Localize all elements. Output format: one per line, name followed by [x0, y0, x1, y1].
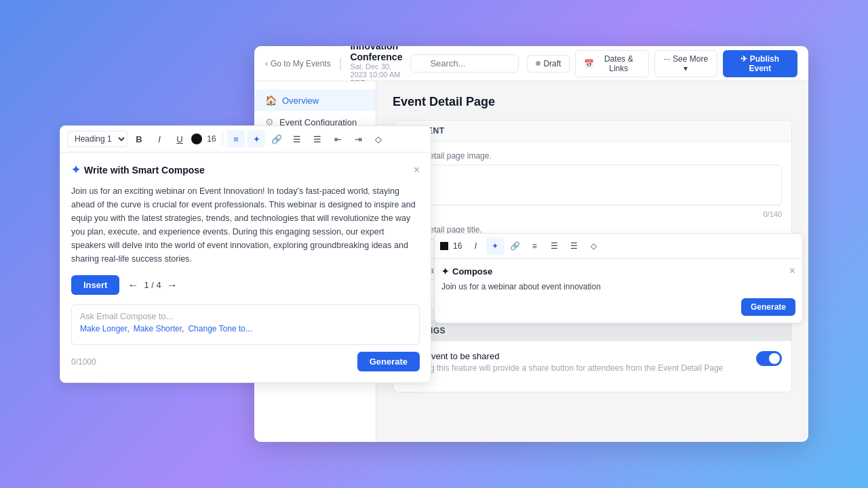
publish-button[interactable]: ✈ Publish Event — [723, 50, 797, 77]
pagination: ← 1 / 4 → — [127, 280, 177, 291]
bold-button[interactable]: B — [130, 130, 148, 148]
see-more-label: ··· See More — [664, 54, 708, 64]
page-separator: / — [151, 280, 156, 290]
behind-compose-header: ✦ Compose × — [441, 266, 795, 277]
calendar-icon: 📅 — [584, 59, 594, 68]
content-section-header: Content — [393, 121, 791, 142]
color-picker[interactable] — [191, 134, 202, 144]
draft-dot — [536, 61, 540, 66]
sidebar-item-label: Overview — [282, 96, 319, 106]
smart-star-icon: ✦ — [71, 163, 80, 176]
dates-links-button[interactable]: 📅 Dates & Links — [575, 50, 649, 77]
draft-button[interactable]: Draft — [527, 55, 570, 73]
event-info: Innovation Conference Sat, Dec 30, 2023 … — [350, 46, 402, 87]
behind-compose-close-button[interactable]: × — [789, 266, 795, 277]
image-char-count: 0/140 — [403, 210, 782, 218]
behind-compose-title: ✦ Compose — [441, 266, 492, 277]
heading-select[interactable]: Heading 1 — [67, 131, 127, 147]
back-label: Go to My Events — [271, 59, 331, 68]
change-tone-link[interactable]: Change Tone to... — [188, 324, 252, 333]
app-header: ‹ Go to My Events | Innovation Conferenc… — [254, 46, 808, 81]
smart-compose-header: ✦ Write with Smart Compose × — [71, 163, 420, 176]
behind-compose-title-text: Compose — [452, 266, 492, 277]
behind-compose-footer: Generate — [441, 298, 795, 316]
behind-toolbar: 16 I ✦ 🔗 ≡ ☰ ☰ ◇ — [435, 234, 802, 259]
behind-align-btn[interactable]: ≡ — [526, 237, 543, 255]
behind-star-icon: ✦ — [441, 266, 449, 277]
allow-share-toggle[interactable] — [756, 351, 782, 366]
back-link[interactable]: ‹ Go to My Events — [265, 59, 331, 68]
dates-links-label: Dates & Links — [597, 54, 640, 73]
font-size: 16 — [205, 134, 218, 144]
page-current: 1 — [144, 280, 149, 290]
behind-link-btn[interactable]: 🔗 — [506, 237, 524, 255]
make-shorter-link[interactable]: Make Shorter — [134, 324, 184, 333]
draft-label: Draft — [543, 59, 561, 68]
insert-button[interactable]: Insert — [71, 275, 119, 295]
sidebar-item-overview[interactable]: 🏠 Overview — [254, 89, 376, 111]
behind-color-dot — [440, 242, 448, 250]
behind-compose-body: ✦ Compose × Join us for a webinar about … — [435, 259, 802, 323]
behind-list2-btn[interactable]: ☰ — [565, 237, 583, 255]
align-button[interactable]: ≡ — [227, 130, 245, 148]
smart-compose-title-text: Write with Smart Compose — [84, 165, 205, 176]
compose-actions: Insert ← 1 / 4 → — [71, 275, 420, 295]
make-longer-link[interactable]: Make Longer — [80, 324, 130, 333]
smart-compose-generated-text: Join us for an exciting webinar on Event… — [71, 184, 420, 266]
allow-share-text: Allow event to be shared Enabling this f… — [403, 351, 723, 373]
special-char-button[interactable]: ◇ — [370, 130, 387, 148]
behind-smart-btn[interactable]: ✦ — [486, 237, 504, 255]
smart-compose-close-button[interactable]: × — [414, 165, 420, 176]
behind-compose-panel: 16 I ✦ 🔗 ≡ ☰ ☰ ◇ ✦ Compose × Join us for… — [434, 233, 803, 323]
ordered-list-button[interactable]: ☰ — [309, 130, 326, 148]
compose-input-area[interactable]: Ask Email Compose to... Make Longer Make… — [71, 304, 420, 345]
chevron-down-icon: ▾ — [684, 64, 688, 73]
behind-italic-btn[interactable]: I — [467, 237, 484, 255]
next-page-button[interactable]: → — [167, 280, 178, 291]
back-chevron-icon: ‹ — [265, 59, 268, 68]
see-more-button[interactable]: ··· See More ▾ — [654, 50, 717, 77]
search-input[interactable] — [410, 54, 519, 73]
image-textarea[interactable] — [403, 165, 782, 205]
toolbar-divider-1 — [222, 132, 223, 146]
search-wrap: 🔍 — [410, 54, 519, 73]
smart-compose-panel: Heading 1 B I U 16 ≡ ✦ 🔗 ☰ ☰ ⇤ ⇥ ◇ ✦ Wri… — [60, 125, 431, 383]
header-actions: Draft 📅 Dates & Links ··· See More ▾ ✈ P… — [527, 50, 797, 77]
settings-section-header: Settings — [393, 321, 792, 341]
behind-special-btn[interactable]: ◇ — [585, 237, 602, 255]
indent-increase-button[interactable]: ⇥ — [349, 130, 367, 148]
event-title: Innovation Conference — [350, 46, 402, 62]
compose-input-links: Make Longer Make Shorter Change Tone to.… — [80, 324, 411, 333]
allow-share-desc: Enabling this feature will provide a sha… — [403, 363, 723, 373]
page-title: Event Detail Page — [393, 95, 792, 109]
image-field-label: event detail page image. — [403, 151, 782, 161]
allow-share-row: Allow event to be shared Enabling this f… — [403, 341, 782, 382]
italic-button[interactable]: I — [151, 130, 168, 148]
underline-button[interactable]: U — [171, 130, 189, 148]
generate-button[interactable]: Generate — [357, 352, 420, 371]
compose-char-count: 0/1000 — [71, 357, 96, 367]
link-button[interactable]: 🔗 — [268, 130, 285, 148]
behind-list-btn[interactable]: ☰ — [545, 237, 563, 255]
smart-compose-body: ✦ Write with Smart Compose × Join us for… — [60, 152, 431, 382]
smart-compose-title: ✦ Write with Smart Compose — [71, 163, 205, 176]
page-total: 4 — [157, 280, 161, 290]
allow-share-label: Allow event to be shared — [403, 351, 723, 361]
behind-compose-input-text: Join us for a webinar about event innova… — [441, 282, 795, 291]
header-divider: | — [339, 56, 342, 70]
prev-page-button[interactable]: ← — [127, 280, 138, 291]
overview-icon: 🏠 — [265, 95, 277, 106]
behind-generate-button[interactable]: Generate — [741, 298, 795, 316]
compose-footer: 0/1000 Generate — [71, 352, 420, 371]
indent-decrease-button[interactable]: ⇤ — [329, 130, 347, 148]
publish-label: ✈ Publish Event — [732, 54, 788, 73]
smart-compose-toolbar-btn[interactable]: ✦ — [248, 130, 265, 148]
behind-font-size: 16 — [450, 241, 465, 251]
bullet-list-button[interactable]: ☰ — [288, 130, 306, 148]
compose-input-placeholder: Ask Email Compose to... — [80, 312, 411, 321]
editor-toolbar: Heading 1 B I U 16 ≡ ✦ 🔗 ☰ ☰ ⇤ ⇥ ◇ — [60, 126, 431, 152]
page-indicator: 1 / 4 — [144, 280, 161, 290]
